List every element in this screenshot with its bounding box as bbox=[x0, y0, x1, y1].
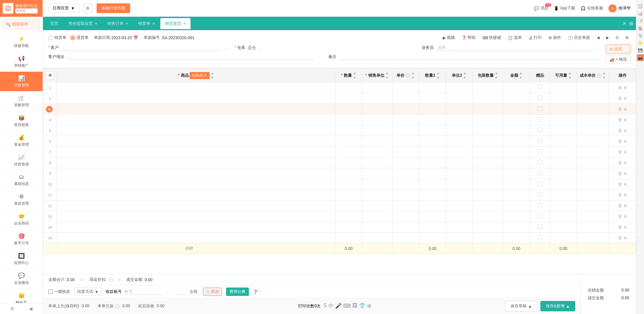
cell-row1-amount[interactable] bbox=[503, 82, 530, 93]
cash-discount-info[interactable]: ? bbox=[109, 277, 113, 282]
cell-row14-product[interactable] bbox=[57, 222, 335, 233]
remark-input[interactable] bbox=[339, 54, 600, 60]
cell-row1-pack-qty[interactable] bbox=[473, 82, 503, 93]
cell-row3-unit-price[interactable] bbox=[392, 104, 419, 115]
gift-checkbox-row6[interactable] bbox=[538, 138, 542, 143]
grid-view-btn[interactable]: ⊞ bbox=[624, 34, 631, 41]
cell-row1-gift[interactable] bbox=[530, 82, 550, 93]
cell-row2-quantity2[interactable] bbox=[419, 93, 446, 104]
copy-row2-btn[interactable]: ⊕ bbox=[624, 96, 627, 101]
cell-row6-cost-price[interactable] bbox=[577, 136, 609, 147]
cell-row8-gift[interactable] bbox=[530, 158, 550, 168]
cell-row11-unit-price[interactable] bbox=[392, 190, 419, 200]
tool-icon-4[interactable]: ⌨ bbox=[343, 303, 351, 310]
cell-row15-unit2[interactable] bbox=[446, 233, 473, 243]
sidebar-settings-btn[interactable]: ⚙ bbox=[10, 306, 14, 311]
cell-row11-available[interactable] bbox=[550, 190, 577, 200]
salesperson-input[interactable] bbox=[436, 45, 594, 51]
cell-row5-amount[interactable] bbox=[503, 125, 530, 136]
cell-row9-product[interactable] bbox=[57, 168, 335, 179]
cell-row3-cost-price[interactable] bbox=[577, 104, 609, 115]
tool-icon-2[interactable]: 中 bbox=[328, 303, 334, 310]
logistics-btn[interactable]: 🚚 + 物流 bbox=[606, 55, 631, 64]
delete-row14-btn[interactable]: 🗑 bbox=[618, 225, 622, 230]
cell-row8-sale-unit[interactable] bbox=[362, 158, 392, 168]
gift-checkbox-row13[interactable] bbox=[538, 213, 542, 218]
cell-row6-unit-price[interactable] bbox=[392, 136, 419, 147]
cell-row15-amount[interactable] bbox=[503, 233, 530, 243]
cell-row6-gift[interactable] bbox=[530, 136, 550, 147]
cell-row11-gift[interactable] bbox=[530, 190, 550, 200]
cell-row6-sale-unit[interactable] bbox=[362, 136, 392, 147]
tool-icon-3[interactable]: 🎤 bbox=[335, 303, 342, 310]
cell-row4-available[interactable] bbox=[550, 115, 577, 125]
tab-price-extract[interactable]: 售价提取设置 ✕ bbox=[64, 18, 102, 29]
cell-row14-available[interactable] bbox=[550, 222, 577, 233]
cell-row15-gift[interactable] bbox=[530, 233, 550, 243]
cell-row7-unit-price[interactable] bbox=[392, 147, 419, 158]
cell-row12-quantity2[interactable] bbox=[419, 200, 446, 211]
cell-row1-quantity[interactable] bbox=[335, 82, 362, 93]
right-action-5[interactable]: 📎 bbox=[637, 32, 644, 39]
cell-row1-cost-price[interactable] bbox=[577, 82, 609, 93]
copy-row4-btn[interactable]: ⊕ bbox=[624, 117, 627, 122]
cell-row15-available[interactable] bbox=[550, 233, 577, 243]
delete-row9-btn[interactable]: 🗑 bbox=[618, 171, 622, 176]
cell-row7-amount[interactable] bbox=[503, 147, 530, 158]
settings-side-btn[interactable]: ⚙ 设置 bbox=[606, 45, 631, 54]
copy-row10-btn[interactable]: ⊕ bbox=[624, 182, 627, 187]
tab-sales-return[interactable]: 销货退货 ✕ bbox=[160, 18, 191, 29]
gift-checkbox-row15[interactable] bbox=[538, 235, 542, 240]
cell-row15-quantity2[interactable] bbox=[419, 233, 446, 243]
sidebar-item-guide[interactable]: 🎯 新手引导 bbox=[0, 230, 43, 249]
cell-row4-product[interactable] bbox=[57, 115, 335, 125]
operate-btn[interactable]: ⚙ 操作 bbox=[546, 34, 563, 41]
cell-row1-unit2[interactable] bbox=[446, 82, 473, 93]
cell-row5-unit-price[interactable] bbox=[392, 125, 419, 136]
right-action-8[interactable]: 📷 bbox=[637, 54, 644, 61]
cell-row9-cost-price[interactable] bbox=[577, 168, 609, 179]
cell-row14-pack-qty[interactable] bbox=[473, 222, 503, 233]
cell-row3-sale-unit[interactable] bbox=[362, 104, 392, 115]
app-download-btn[interactable]: 📱 App下载 bbox=[554, 5, 575, 11]
sidebar-item-finance[interactable]: 💰 资金管理 bbox=[0, 131, 43, 151]
radio-return-doc[interactable]: 退货单 bbox=[70, 35, 89, 41]
cell-row9-pack-qty[interactable] bbox=[473, 168, 503, 179]
cell-row8-cost-price[interactable] bbox=[577, 158, 609, 168]
delete-row5-btn[interactable]: 🗑 bbox=[618, 128, 622, 133]
cell-row3-unit2[interactable] bbox=[446, 104, 473, 115]
cell-row14-quantity2[interactable] bbox=[419, 222, 446, 233]
cell-row10-product[interactable] bbox=[57, 179, 335, 190]
shortcut-btn[interactable]: ⌨ 快捷键 bbox=[480, 34, 503, 41]
radio-sale-doc[interactable]: 销货单 bbox=[48, 35, 66, 41]
copy-row8-btn[interactable]: ⊕ bbox=[624, 160, 627, 165]
cell-row7-gift[interactable] bbox=[530, 147, 550, 158]
cell-row2-product[interactable] bbox=[57, 93, 335, 104]
tool-icon-6[interactable]: 👕 bbox=[359, 303, 366, 310]
delete-row3-btn[interactable]: 🗑 bbox=[618, 107, 622, 112]
cell-row13-product[interactable] bbox=[57, 211, 335, 222]
cell-row4-gift[interactable] bbox=[530, 115, 550, 125]
copy-row13-btn[interactable]: ⊕ bbox=[624, 214, 627, 219]
gift-checkbox-row14[interactable] bbox=[538, 224, 542, 229]
cell-row5-cost-price[interactable] bbox=[577, 125, 609, 136]
cell-row12-pack-qty[interactable] bbox=[473, 200, 503, 211]
cell-row5-unit2[interactable] bbox=[446, 125, 473, 136]
cell-row8-unit2[interactable] bbox=[446, 158, 473, 168]
cell-row8-pack-qty[interactable] bbox=[473, 158, 503, 168]
customer-picker-btn[interactable]: ... bbox=[224, 46, 227, 50]
tab-home[interactable]: 首页 bbox=[46, 18, 63, 29]
cost-price-info-icon[interactable]: i bbox=[597, 73, 601, 78]
cell-row3-quantity[interactable] bbox=[335, 104, 362, 115]
cell-row4-sale-unit[interactable] bbox=[362, 115, 392, 125]
cell-row4-unit2[interactable] bbox=[446, 115, 473, 125]
cell-row3-product[interactable] bbox=[57, 104, 335, 115]
customer-input[interactable] bbox=[61, 45, 221, 51]
cell-row5-pack-qty[interactable] bbox=[473, 125, 503, 136]
cell-row12-product[interactable] bbox=[57, 200, 335, 211]
delete-row10-btn[interactable]: 🗑 bbox=[618, 182, 622, 187]
cell-row9-unit-price[interactable] bbox=[392, 168, 419, 179]
cell-row9-available[interactable] bbox=[550, 168, 577, 179]
gift-checkbox-row1[interactable] bbox=[538, 85, 542, 89]
salesperson-picker-btn[interactable]: ... bbox=[597, 46, 600, 50]
